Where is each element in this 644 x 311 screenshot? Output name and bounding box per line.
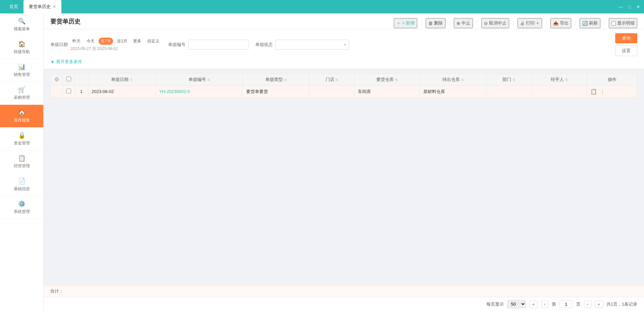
- shortcut-custom[interactable]: 自定义: [145, 38, 161, 45]
- display-detail-button[interactable]: 显示明细: [609, 18, 637, 28]
- stop-button[interactable]: ⊗ 中止: [454, 18, 473, 28]
- total-info: 共1页，1条记录: [606, 301, 637, 307]
- sidebar-item-basic-info[interactable]: 📄 基础信息: [0, 173, 43, 196]
- bill-status-input[interactable]: [275, 40, 349, 50]
- row-more-icon[interactable]: ⋮: [600, 88, 605, 95]
- settings-button[interactable]: 设置: [615, 45, 637, 56]
- sidebar-item-label-system: 系统管理: [14, 209, 30, 215]
- column-settings-icon[interactable]: ⚙: [54, 77, 59, 82]
- page-number-input[interactable]: [559, 300, 573, 308]
- page-title: 要货单历史: [50, 17, 80, 29]
- sidebar-item-system[interactable]: ⚙️ 系统管理: [0, 196, 43, 219]
- cancel-stop-button[interactable]: ⊘ 取消中止: [481, 18, 509, 28]
- page-size-label: 每页显示: [486, 301, 504, 307]
- col-req-warehouse: 要货仓库 ⇅: [355, 74, 420, 86]
- sidebar-item-finance[interactable]: 🔒 资金管理: [0, 128, 43, 150]
- home-tab-label: 首页: [9, 4, 18, 10]
- shortcut-yesterday[interactable]: 昨天: [70, 38, 83, 45]
- sidebar-item-sales[interactable]: 📊 销售管理: [0, 59, 43, 82]
- minimize-btn[interactable]: —: [619, 4, 623, 9]
- print-icon: 🖨: [520, 21, 525, 26]
- bill-number-input[interactable]: [188, 40, 249, 50]
- sidebar-item-operations[interactable]: 📋 经营管理: [0, 150, 43, 173]
- display-detail-checkbox[interactable]: [611, 21, 616, 26]
- date-shortcuts: 昨天 今天 近7天 近1月 更多 自定义: [70, 38, 161, 45]
- prev-page-btn[interactable]: ‹: [541, 301, 548, 308]
- sidebar-item-quick-nav[interactable]: 🏠 快捷导航: [0, 36, 43, 59]
- delete-button[interactable]: 🗑 删除: [426, 18, 445, 28]
- sort-date-icon[interactable]: ⇅: [130, 78, 132, 82]
- divider-7: [604, 20, 605, 26]
- page-label: 第: [552, 301, 556, 307]
- col-department: 部门 ⇅: [486, 74, 532, 86]
- row-pending-warehouse: 原材料仓库: [420, 86, 486, 98]
- refresh-button[interactable]: 🔄 刷新: [580, 18, 600, 28]
- row-checkbox-cell: [63, 86, 75, 98]
- sort-department-icon[interactable]: ⇅: [513, 78, 515, 82]
- query-button[interactable]: 查询: [615, 33, 637, 43]
- table-area: ⚙ 单据日期 ⇅ 单据编号 ⇅: [44, 69, 644, 285]
- export-icon: 📤: [553, 21, 558, 26]
- add-button[interactable]: ＋ + 新增: [394, 18, 417, 28]
- add-label: + 新增: [402, 20, 415, 26]
- main-layout: 🔍 搜索菜单 🏠 快捷导航 📊 销售管理 🛒 采购管理 🏠 库存核算 🔒 资金管…: [0, 13, 644, 311]
- cancel-stop-label: 取消中止: [489, 20, 506, 26]
- sort-store-icon[interactable]: ⇅: [335, 78, 338, 82]
- sort-handler-icon[interactable]: ⇅: [565, 78, 568, 82]
- close-btn[interactable]: ✕: [636, 4, 640, 9]
- purchase-icon: 🛒: [18, 86, 25, 93]
- finance-icon: 🔒: [18, 132, 25, 139]
- expand-more-btn[interactable]: ▼ 展开更多条件: [50, 59, 637, 65]
- expand-label: 展开更多条件: [56, 59, 82, 65]
- sort-bill-no-icon[interactable]: ⇅: [207, 78, 210, 82]
- col-bill-type: 单据类型 ⇅: [243, 74, 309, 86]
- tab-home[interactable]: 首页: [4, 0, 23, 13]
- col-date-label: 单据日期: [111, 77, 128, 82]
- sidebar-item-label-quick-nav: 快捷导航: [14, 49, 30, 55]
- row-edit-icon[interactable]: 📋: [590, 88, 597, 95]
- tab-history[interactable]: 要货单历史 ✕: [23, 0, 61, 13]
- toolbar: ＋ + 新增 🗑 删除 ⊗ 中止 ⊘: [394, 18, 637, 28]
- next-page-btn[interactable]: ›: [584, 301, 591, 308]
- last-page-btn[interactable]: »: [595, 301, 603, 308]
- display-detail-label: 显示明细: [617, 20, 635, 26]
- row-req-warehouse: 车间库: [355, 86, 420, 98]
- stop-label: 中止: [462, 20, 470, 26]
- sort-bill-type-icon[interactable]: ⇅: [284, 78, 287, 82]
- filter-bill-number: 单据编号: [168, 40, 249, 50]
- shortcut-7days[interactable]: 近7天: [99, 38, 113, 45]
- shortcut-more[interactable]: 更多: [131, 38, 143, 45]
- row-handler: [532, 86, 587, 98]
- bill-no-link[interactable]: YH-20230602-0: [159, 89, 190, 94]
- row-num: 1: [75, 86, 88, 98]
- col-bill-no: 单据编号 ⇅: [156, 74, 243, 86]
- print-dropdown-icon: ▼: [536, 21, 539, 25]
- shortcut-today[interactable]: 今天: [85, 38, 97, 45]
- search-menu-icon: 🔍: [18, 17, 25, 25]
- print-button[interactable]: 🖨 打印 ▼: [518, 18, 542, 28]
- divider-6: [575, 20, 576, 26]
- row-checkbox[interactable]: [66, 89, 71, 93]
- sort-pending-warehouse-icon[interactable]: ⇅: [461, 78, 464, 82]
- top-bar: 首页 要货单历史 ✕ — □ ✕: [0, 0, 644, 13]
- row-actions: 📋 ⋮: [587, 86, 637, 98]
- export-button[interactable]: 📤 导出: [550, 18, 571, 28]
- col-store: 门店 ⇅: [309, 74, 355, 86]
- data-table: ⚙ 单据日期 ⇅ 单据编号 ⇅: [50, 73, 637, 98]
- col-handler-label: 经手人: [551, 77, 564, 82]
- sort-req-warehouse-icon[interactable]: ⇅: [395, 78, 398, 82]
- sidebar-item-purchase[interactable]: 🛒 采购管理: [0, 82, 43, 105]
- cancel-stop-icon: ⊘: [484, 21, 488, 26]
- sidebar-item-search-menu[interactable]: 🔍 搜索菜单: [0, 13, 43, 36]
- pagination: 每页显示 50 100 200 « ‹ 第 页 › » 共1页，1条记录: [44, 297, 644, 311]
- close-tab-icon[interactable]: ✕: [53, 4, 56, 9]
- history-tab-label: 要货单历史: [29, 4, 51, 10]
- maximize-btn[interactable]: □: [628, 4, 631, 9]
- shortcut-1month[interactable]: 近1月: [115, 38, 129, 45]
- page-size-select[interactable]: 50 100 200: [507, 300, 526, 308]
- select-all-checkbox[interactable]: [66, 77, 71, 81]
- action-buttons: 查询 设置: [615, 33, 637, 56]
- first-page-btn[interactable]: «: [529, 301, 538, 308]
- sidebar-item-label-inventory: 库存核算: [14, 118, 30, 123]
- sidebar-item-inventory[interactable]: 🏠 库存核算: [0, 105, 43, 128]
